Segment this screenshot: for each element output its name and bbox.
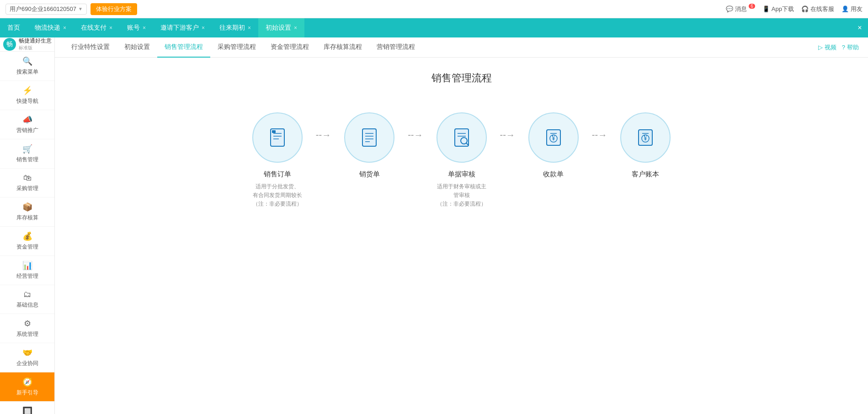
sidebar-item-operation[interactable]: 📊 经营管理 <box>0 256 54 285</box>
flow-diagram: 销售订单 适用于分批发货、有合同发货周期较长（注：非必要流程） --→ <box>73 112 850 209</box>
content-area: 行业特性设置 初始设置 销售管理流程 采购管理流程 资金管理流程 库存核算流程 … <box>55 37 868 414</box>
nav-close-all-button[interactable]: × <box>852 18 868 37</box>
app-download-label: App下载 <box>772 5 794 13</box>
logo-text-block: 畅捷通好生意 标准版 <box>19 37 52 51</box>
nav-tab-home[interactable]: 首页 <box>0 18 27 37</box>
nav-tab-home-label: 首页 <box>7 24 20 32</box>
flow-step-sales-invoice-title: 销货单 <box>359 170 380 179</box>
sub-tab-finance-flow[interactable]: 资金管理流程 <box>263 37 316 58</box>
user-label: 用户690企业1660120507 <box>10 5 76 13</box>
nav-tab-account-close[interactable]: × <box>143 25 146 31</box>
logo-icon: 畅 <box>3 38 16 51</box>
sidebar-item-purchase[interactable]: 🛍 采购管理 <box>0 169 54 197</box>
flow-circle-doc-review <box>437 112 487 163</box>
online-service-link[interactable]: 🎧 在线客服 <box>801 5 834 13</box>
top-bar-right: 💬 消息 6 📱 App下载 🎧 在线客服 👤 用友 <box>726 5 863 13</box>
sub-tab-initial-label: 初始设置 <box>124 43 150 51</box>
sub-tab-inventory-flow[interactable]: 库存核算流程 <box>316 37 369 58</box>
nav-tab-logistics-label: 物流快递 <box>35 24 60 32</box>
sidebar-item-marketing[interactable]: 📣 营销推广 <box>0 110 54 139</box>
search-icon: 🔍 <box>22 56 32 66</box>
flow-circle-sales-invoice <box>344 112 394 163</box>
trial-button[interactable]: 体验行业方案 <box>91 3 137 15</box>
message-badge: 6 <box>749 4 755 9</box>
top-bar-left: 用户690企业1660120507 ▼ 体验行业方案 <box>5 3 137 15</box>
sidebar-item-operation-label: 经营管理 <box>16 272 38 280</box>
help-link[interactable]: ? 帮助 <box>842 43 859 52</box>
nav-tab-invite-label: 邀请下游客户 <box>160 24 199 32</box>
sub-tab-purchase-flow[interactable]: 采购管理流程 <box>210 37 263 58</box>
flow-step-sales-invoice[interactable]: 销货单 <box>333 112 406 182</box>
sidebar-item-finance[interactable]: 💰 资金管理 <box>0 227 54 256</box>
svg-rect-5 <box>362 129 376 146</box>
user-selector[interactable]: 用户690企业1660120507 ▼ <box>5 4 87 15</box>
nav-tab-period-close[interactable]: × <box>248 25 251 31</box>
nav-tab-payment-label: 在线支付 <box>81 24 107 32</box>
sidebar-item-quick-nav[interactable]: ⚡ 快捷导航 <box>0 81 54 110</box>
nav-tab-logistics-close[interactable]: × <box>63 25 66 31</box>
sub-tabs: 行业特性设置 初始设置 销售管理流程 采购管理流程 资金管理流程 库存核算流程 … <box>55 37 868 58</box>
box-icon: 📦 <box>22 202 32 212</box>
nav-tab-logistics[interactable]: 物流快递 × <box>27 18 74 37</box>
sub-tab-marketing-flow[interactable]: 营销管理流程 <box>369 37 422 58</box>
sub-tab-industry-label: 行业特性设置 <box>71 43 110 51</box>
nav-tab-payment-close[interactable]: × <box>109 25 112 31</box>
sidebar-item-basic[interactable]: 🗂 基础信息 <box>0 285 54 314</box>
compass-icon: 🧭 <box>22 377 32 387</box>
nav-tab-init-close[interactable]: × <box>294 25 297 31</box>
app-download-link[interactable]: 📱 App下载 <box>762 5 794 13</box>
sub-tab-sales-flow[interactable]: 销售管理流程 <box>157 37 210 58</box>
nav-tab-period-label: 往来期初 <box>219 24 245 32</box>
sidebar-logo: 畅 畅捷通好生意 标准版 <box>0 37 54 52</box>
handshake-icon: 🤝 <box>22 348 32 358</box>
message-link[interactable]: 💬 消息 6 <box>726 5 755 13</box>
flow-step-customer-ledger[interactable]: ¥ 客户账本 <box>609 112 682 182</box>
question-icon: ? <box>842 44 845 51</box>
flow-step-receipt[interactable]: ¥ 收款单 <box>517 112 590 182</box>
sub-tab-industry[interactable]: 行业特性设置 <box>64 37 117 58</box>
flow-arrow-2: --→ <box>408 112 423 140</box>
flow-step-doc-review-desc: 适用于财务审核或主管审核（注：非必要流程） <box>437 182 486 209</box>
nav-tab-invite-close[interactable]: × <box>202 25 205 31</box>
flow-circle-sales-order <box>252 112 303 163</box>
flow-step-sales-order-title: 销售订单 <box>264 170 291 179</box>
sidebar-item-sales[interactable]: 🛒 销售管理 <box>0 139 54 169</box>
arrow-right-icon-1: --→ <box>316 130 331 140</box>
nav-tab-payment[interactable]: 在线支付 × <box>74 18 120 37</box>
nav-tab-period[interactable]: 往来期初 × <box>212 18 258 37</box>
sidebar-item-collab[interactable]: 🤝 企业协同 <box>0 343 54 372</box>
arrow-right-icon-4: --→ <box>592 130 607 140</box>
online-service-label: 在线客服 <box>810 5 834 13</box>
video-link[interactable]: ▷ 视频 <box>818 43 836 52</box>
user-menu-link[interactable]: 👤 用友 <box>841 5 863 13</box>
sidebar-item-system[interactable]: ⚙ 系统管理 <box>0 314 54 343</box>
lightning-icon: ⚡ <box>22 85 32 96</box>
arrow-right-icon-3: --→ <box>500 130 515 140</box>
help-label: 帮助 <box>847 43 859 52</box>
sidebar-item-guide-label: 新手引导 <box>16 389 38 397</box>
sidebar-item-collab-label: 企业协同 <box>16 360 38 367</box>
megaphone-icon: 📣 <box>22 115 32 125</box>
page-title: 销售管理流程 <box>73 71 850 85</box>
flow-step-doc-review[interactable]: 单据审核 适用于财务审核或主管审核（注：非必要流程） <box>425 112 498 209</box>
nav-tab-init[interactable]: 初始设置 × <box>258 18 304 37</box>
arrow-right-icon-2: --→ <box>408 130 423 140</box>
page-content: 销售管理流程 销售订单 适用于分批发货、有合同 <box>55 58 868 223</box>
cart-icon: 🛒 <box>22 144 32 154</box>
flow-arrow-4: --→ <box>592 112 607 140</box>
sub-tab-inventory-flow-label: 库存核算流程 <box>324 43 362 51</box>
sidebar-item-search[interactable]: 🔍 搜索菜单 <box>0 52 54 81</box>
sidebar-item-marketing-label: 营销推广 <box>16 127 38 134</box>
sidebar-item-inventory[interactable]: 📦 库存核算 <box>0 197 54 227</box>
sidebar-item-app-center[interactable]: 🔲 应用中心 <box>0 402 54 414</box>
sub-tab-purchase-flow-label: 采购管理流程 <box>218 43 256 51</box>
sidebar-item-guide[interactable]: 🧭 新手引导 <box>0 372 54 402</box>
sidebar-item-purchase-label: 采购管理 <box>16 185 38 192</box>
flow-step-sales-order[interactable]: 销售订单 适用于分批发货、有合同发货周期较长（注：非必要流程） <box>241 112 314 209</box>
sub-tab-initial[interactable]: 初始设置 <box>117 37 157 58</box>
message-icon: 💬 <box>726 5 733 12</box>
nav-tab-invite[interactable]: 邀请下游客户 × <box>153 18 212 37</box>
svg-rect-4 <box>272 130 276 133</box>
nav-tab-account[interactable]: 账号 × <box>120 18 153 37</box>
flow-circle-receipt: ¥ <box>528 112 579 163</box>
